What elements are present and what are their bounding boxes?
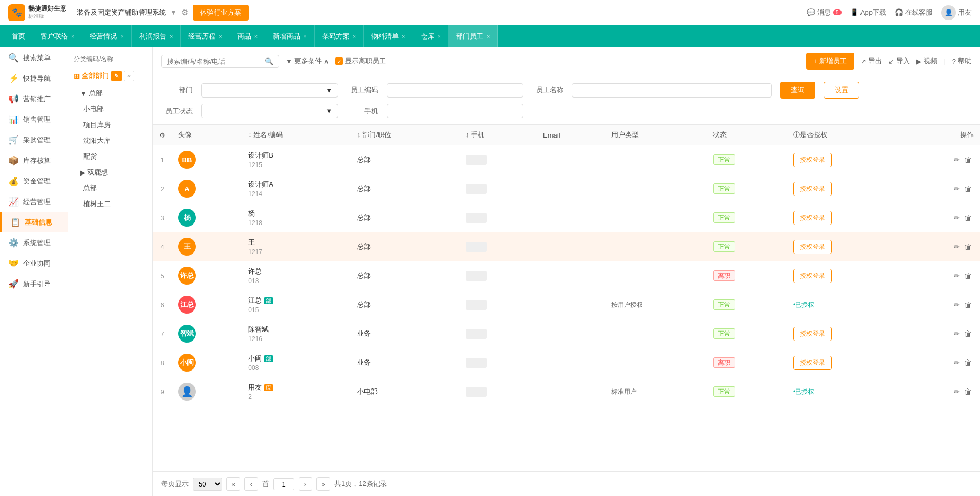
page-input[interactable] [273, 478, 294, 490]
dept-tree-item-peihuo[interactable]: 配货 [73, 149, 152, 164]
edit-button[interactable]: ✏ [954, 155, 960, 164]
edit-button[interactable]: ✏ [954, 242, 960, 251]
delete-button[interactable]: 🗑 [964, 358, 972, 367]
emp-name-filter-input[interactable] [572, 83, 772, 98]
sidebar-item-system[interactable]: ⚙️ 系统管理 [0, 232, 68, 253]
delete-button[interactable]: 🗑 [964, 329, 972, 338]
employee-table: ⚙ 头像 ↕ 姓名/编码 ↕ 部门/职位 ↕ 手机 Email 用户类型 状态 … [153, 125, 980, 406]
user-menu[interactable]: 👤 用友 [941, 5, 972, 20]
online-service-button[interactable]: 🎧 在线客服 [895, 8, 933, 17]
sidebar-item-marketing[interactable]: 📢 营销推广 [0, 89, 68, 109]
add-employee-button[interactable]: + 新增员工 [806, 53, 854, 70]
filter-row-1: 部门 ▼ 员工编码 员工名称 查询 设置 [161, 82, 972, 99]
experience-button[interactable]: 体验行业方案 [193, 5, 249, 21]
app-download-button[interactable]: 📱 App下载 [850, 8, 886, 17]
delete-button[interactable]: 🗑 [964, 271, 972, 280]
delete-button[interactable]: 🗑 [964, 242, 972, 251]
edit-button[interactable]: ✏ [954, 184, 960, 193]
last-page-button[interactable]: » [316, 477, 330, 491]
tab-dept-staff[interactable]: 部门员工 × [449, 25, 498, 47]
dept-tree-header[interactable]: ⊞ 全部部门 ✎ « [68, 66, 152, 85]
search-input[interactable] [167, 57, 262, 65]
auth-button[interactable]: 授权登录 [793, 269, 832, 283]
sidebar-item-search[interactable]: 🔍 搜索菜单 [0, 47, 68, 68]
search-submit-icon[interactable]: 🔍 [265, 57, 273, 65]
more-filter-button[interactable]: ▼ 更多条件 ∧ [285, 56, 329, 66]
delete-button[interactable]: 🗑 [964, 155, 972, 164]
next-page-button[interactable]: › [299, 477, 312, 491]
delete-button[interactable]: 🗑 [964, 213, 972, 222]
dept-tree-group-shuanglu[interactable]: ▶ 双鹿想 [73, 164, 152, 180]
auth-button[interactable]: 授权登录 [793, 327, 832, 341]
emp-code-filter-input[interactable] [387, 83, 523, 98]
auth-button[interactable]: 授权登录 [793, 240, 832, 254]
top-bar: 🐾 畅捷通好生意 标准版 装备及固定资产辅助管理系统 ▼ ⚙ 体验行业方案 💬 … [0, 0, 980, 25]
auth-button[interactable]: 授权登录 [793, 211, 832, 225]
edit-button[interactable]: ✏ [954, 213, 960, 222]
sidebar-item-inventory[interactable]: 📦 库存核算 [0, 150, 68, 171]
tab-add-goods[interactable]: 新增商品 × [265, 25, 314, 47]
dept-tree-item-zhishu[interactable]: 植树王二 [73, 196, 152, 212]
tab-operations[interactable]: 经营情况 × [82, 25, 131, 47]
auth-button[interactable]: 授权登录 [793, 182, 832, 196]
dept-filter-select[interactable]: ▼ [201, 83, 338, 98]
import-button[interactable]: ↙ 导入 [888, 56, 910, 66]
sidebar-item-guide[interactable]: 🚀 新手引导 [0, 274, 68, 294]
col-name[interactable]: ↕ 姓名/编码 [242, 125, 350, 145]
export-button[interactable]: ↗ 导出 [860, 56, 882, 66]
dept-tree-item-project[interactable]: 项目库房 [73, 117, 152, 133]
tab-bom[interactable]: 物料清单 × [364, 25, 413, 47]
auth-button[interactable]: 授权登录 [793, 356, 832, 370]
tab-profit[interactable]: 利润报告 × [132, 25, 181, 47]
status-badge: 正常 [713, 386, 735, 397]
view-button[interactable]: ▶ 视频 [916, 56, 937, 66]
dept-tree-item-xiaodian[interactable]: 小电部 [73, 101, 152, 117]
edit-button[interactable]: ✏ [954, 271, 960, 280]
settings-icon[interactable]: ⚙ [181, 7, 189, 17]
status-badge: 正常 [713, 212, 735, 223]
first-page-button[interactable]: « [226, 477, 240, 491]
phone-filter-input[interactable] [387, 104, 523, 118]
prev-page-button[interactable]: ‹ [244, 477, 258, 491]
col-dept[interactable]: ↕ 部门/职位 [351, 125, 459, 145]
delete-button[interactable]: 🗑 [964, 387, 972, 396]
query-button[interactable]: 查询 [780, 82, 815, 99]
delete-button[interactable]: 🗑 [964, 300, 972, 309]
sidebar-item-enterprise[interactable]: 🤝 企业协同 [0, 253, 68, 274]
delete-button[interactable]: 🗑 [964, 184, 972, 193]
edit-button[interactable]: ✏ [954, 300, 960, 309]
message-button[interactable]: 💬 消息 5 [807, 8, 842, 17]
tab-journey[interactable]: 经营历程 × [181, 25, 230, 47]
tab-customer[interactable]: 客户联络 × [33, 25, 82, 47]
sidebar-item-basic-info[interactable]: 📋 基础信息 [0, 212, 68, 232]
show-resigned-checkbox[interactable]: ✓ 显示离职员工 [335, 56, 386, 66]
dept-edit-button[interactable]: ✎ [111, 71, 122, 81]
sidebar-item-quick-nav[interactable]: ⚡ 快捷导航 [0, 68, 68, 89]
emp-status-filter-select[interactable]: ▼ [201, 104, 338, 118]
dept-collapse-button[interactable]: « [124, 71, 134, 81]
tab-goods[interactable]: 商品 × [230, 25, 265, 47]
dropdown-arrow-icon[interactable]: ▼ [170, 8, 177, 16]
edit-button[interactable]: ✏ [954, 387, 960, 396]
phone-value [466, 300, 487, 310]
sidebar-item-finance[interactable]: 💰 资金管理 [0, 171, 68, 191]
page-text: 首 [262, 479, 269, 489]
edit-button[interactable]: ✏ [954, 329, 960, 338]
reset-button[interactable]: 设置 [824, 82, 859, 99]
tab-warehouse[interactable]: 仓库 × [413, 25, 449, 47]
page-size-select[interactable]: 50 100 200 [193, 478, 222, 491]
sidebar-item-operations[interactable]: 📈 经营管理 [0, 191, 68, 212]
dept-tree-item-shenyang[interactable]: 沈阳大库 [73, 133, 152, 149]
sidebar-item-sales[interactable]: 📊 销售管理 [0, 109, 68, 130]
sidebar-item-purchase[interactable]: 🛒 采购管理 [0, 130, 68, 150]
col-phone[interactable]: ↕ 手机 [459, 125, 537, 145]
dept-search-input[interactable] [74, 55, 153, 63]
edit-button[interactable]: ✏ [954, 358, 960, 367]
auth-button[interactable]: 授权登录 [793, 153, 832, 167]
dept-tree-group-zongbu[interactable]: ▼ 总部 [73, 85, 152, 101]
help-button[interactable]: ? 帮助 [952, 56, 972, 66]
tab-home[interactable]: 首页 [4, 25, 33, 47]
tab-barcode[interactable]: 条码方案 × [315, 25, 364, 47]
col-settings[interactable]: ⚙ [153, 125, 172, 145]
dept-tree-item-zongbu2[interactable]: 总部 [73, 180, 152, 196]
